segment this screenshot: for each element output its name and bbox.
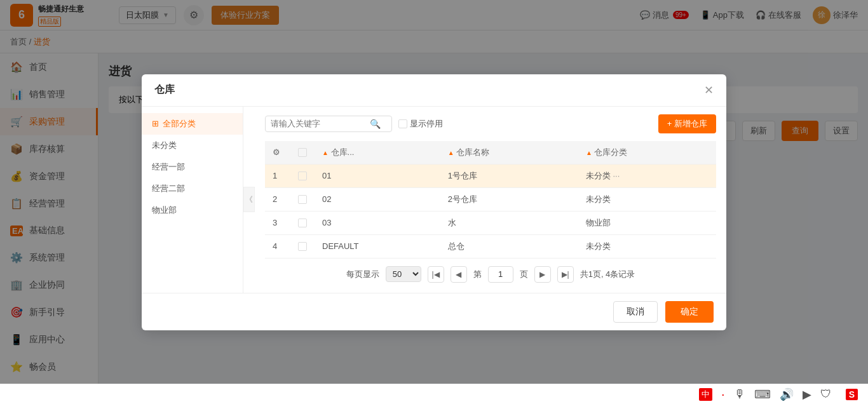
search-input[interactable]	[271, 119, 366, 128]
sort-icon-name: ▲	[448, 149, 454, 156]
speaker-icon[interactable]: 🔊	[780, 387, 794, 401]
table-row[interactable]: 1 01 1号仓库 未分类 ···	[265, 164, 716, 187]
cell-name-4: 总仓	[440, 234, 578, 258]
play-icon[interactable]: ▶	[803, 387, 811, 401]
warehouse-table: ⚙ ▲ 仓库... ▲ 仓库名称	[265, 141, 716, 259]
collapse-panel-button[interactable]: 《	[243, 187, 255, 212]
page-size-select[interactable]: 50 100	[386, 266, 421, 282]
category-item-op1[interactable]: 经营一部	[142, 156, 243, 178]
category-panel: ⊞ 全部分类 未分类 经营一部 经营二部 物业部	[142, 107, 243, 293]
cell-cat-3: 物业部	[578, 211, 716, 234]
cell-code-4: DEFAULT	[315, 234, 440, 258]
modal-close-button[interactable]: ✕	[704, 83, 714, 97]
cancel-button[interactable]: 取消	[613, 301, 658, 323]
modal-body: ⊞ 全部分类 未分类 经营一部 经营二部 物业部 《	[142, 107, 726, 293]
category-all-label: 全部分类	[163, 118, 196, 130]
keyboard-icon[interactable]: ⌨	[754, 387, 771, 401]
cell-cb-3	[290, 211, 315, 234]
show-disabled-checkbox[interactable]	[398, 119, 407, 128]
modal-title: 仓库	[154, 83, 175, 97]
sort-icon-cat: ▲	[586, 149, 592, 156]
category-property-label: 物业部	[152, 205, 177, 216]
category-item-property[interactable]: 物业部	[142, 199, 243, 221]
page-prev-button[interactable]: ◀	[451, 266, 467, 283]
shield-icon[interactable]: 🛡	[820, 387, 832, 401]
page-label: 第	[473, 269, 482, 280]
s-logo: S	[846, 389, 858, 400]
cell-cat-2: 未分类	[578, 187, 716, 211]
gear-settings-icon[interactable]: ⚙	[273, 147, 280, 157]
bottom-bar: 中 · 🎙 ⌨ 🔊 ▶ 🛡 S	[0, 384, 868, 404]
page-suffix: 页	[520, 269, 528, 280]
show-disabled-label: 显示停用	[410, 118, 443, 130]
cell-name-2: 2号仓库	[440, 187, 578, 211]
table-row[interactable]: 2 02 2号仓库 未分类	[265, 187, 716, 211]
modal-overlay: 仓库 ✕ ⊞ 全部分类 未分类 经营一部 经营二部	[0, 0, 868, 404]
page-last-button[interactable]: ▶|	[557, 266, 574, 283]
suanfa-logo: S	[846, 389, 858, 400]
cell-cat-4: 未分类	[578, 234, 716, 258]
cell-name-3: 水	[440, 211, 578, 234]
header-checkbox[interactable]	[298, 148, 307, 157]
category-op1-label: 经营一部	[152, 161, 185, 173]
cell-num-2: 2	[265, 187, 290, 211]
cell-cat-1: 未分类 ···	[578, 164, 716, 187]
th-checkbox	[290, 141, 315, 165]
row-checkbox-1[interactable]	[298, 172, 307, 180]
cell-num-1: 1	[265, 164, 290, 187]
cell-name-1: 1号仓库	[440, 164, 578, 187]
cell-cb-2	[290, 187, 315, 211]
row-checkbox-4[interactable]	[298, 242, 307, 251]
category-none-label: 未分类	[152, 140, 177, 151]
search-input-wrap: 🔍	[265, 116, 392, 132]
cell-cb-1	[290, 164, 315, 187]
category-item-op2[interactable]: 经营二部	[142, 178, 243, 199]
warehouse-modal: 仓库 ✕ ⊞ 全部分类 未分类 经营一部 经营二部	[142, 74, 726, 330]
cell-num-4: 4	[265, 234, 290, 258]
modal-header: 仓库 ✕	[142, 74, 726, 107]
table-toolbar: 🔍 显示停用 + 新增仓库	[265, 114, 716, 133]
show-disabled-wrap: 显示停用	[398, 118, 443, 130]
category-item-all[interactable]: ⊞ 全部分类	[142, 113, 243, 135]
add-warehouse-button[interactable]: + 新增仓库	[658, 114, 716, 133]
per-page-label: 每页显示	[346, 269, 379, 280]
grid-icon: ⊞	[152, 119, 159, 128]
cell-code-3: 03	[315, 211, 440, 234]
page-next-button[interactable]: ▶	[534, 266, 551, 283]
table-row[interactable]: 4 DEFAULT 总仓 未分类	[265, 234, 716, 258]
cell-cb-4	[290, 234, 315, 258]
cell-code-2: 02	[315, 187, 440, 211]
category-op2-label: 经营二部	[152, 183, 185, 194]
zh-icon[interactable]: 中	[699, 388, 712, 401]
page-first-button[interactable]: |◀	[428, 266, 444, 283]
table-row[interactable]: 3 03 水 物业部	[265, 211, 716, 234]
table-scroll-area: ⚙ ▲ 仓库... ▲ 仓库名称	[265, 141, 716, 259]
th-settings: ⚙	[265, 141, 290, 165]
table-body: 1 01 1号仓库 未分类 ··· 2	[265, 164, 716, 258]
mic-icon[interactable]: 🎙	[734, 387, 745, 401]
sort-icon-code: ▲	[322, 149, 329, 156]
modal-footer: 取消 确定	[142, 293, 726, 330]
pagination-bar: 每页显示 50 100 |◀ ◀ 第 页 ▶ ▶| 共1页, 4条记录	[265, 259, 716, 285]
category-item-none[interactable]: 未分类	[142, 135, 243, 156]
table-header: ⚙ ▲ 仓库... ▲ 仓库名称	[265, 141, 716, 165]
th-name: ▲ 仓库名称	[440, 141, 578, 165]
row-checkbox-3[interactable]	[298, 219, 307, 227]
dot-icon[interactable]: ·	[721, 387, 725, 401]
th-category: ▲ 仓库分类	[578, 141, 716, 165]
cell-num-3: 3	[265, 211, 290, 234]
row-checkbox-2[interactable]	[298, 195, 307, 204]
cell-code-1: 01	[315, 164, 440, 187]
search-icon[interactable]: 🔍	[370, 119, 381, 129]
table-panel: 🔍 显示停用 + 新增仓库 ⚙	[255, 107, 726, 293]
th-code: ▲ 仓库...	[315, 141, 440, 165]
more-btn-1[interactable]: ···	[613, 171, 620, 180]
confirm-button[interactable]: 确定	[665, 301, 714, 323]
total-info: 共1页, 4条记录	[580, 269, 635, 280]
page-number-input[interactable]	[488, 266, 513, 283]
